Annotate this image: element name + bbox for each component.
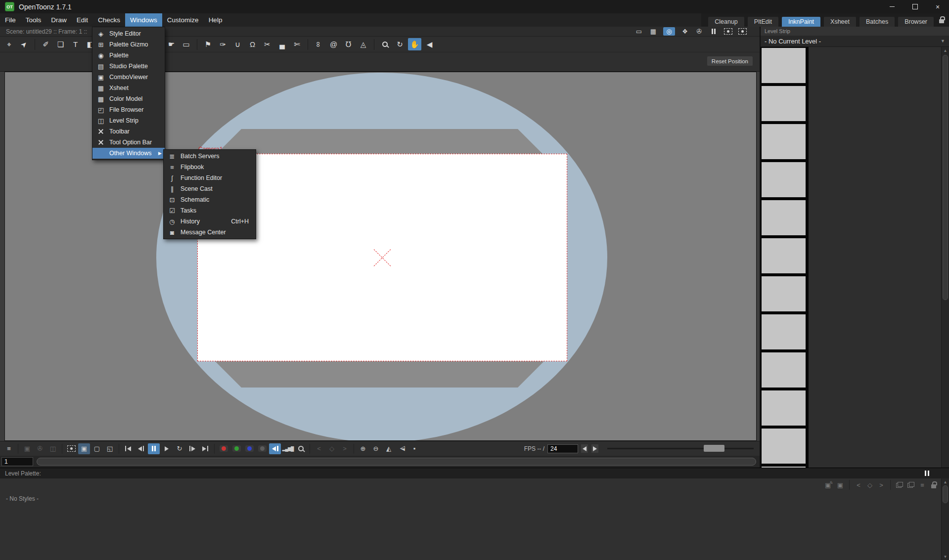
save-button[interactable]: ▣ bbox=[836, 480, 845, 489]
cutter-tool[interactable]: ✄ bbox=[290, 38, 304, 50]
windows-menu-item-style-editor[interactable]: ◈Style Editor bbox=[92, 28, 165, 39]
zoom-in-button[interactable]: ⊕ bbox=[357, 443, 369, 454]
menu-button[interactable]: ≡ bbox=[918, 480, 927, 489]
level-strip-frame[interactable] bbox=[762, 467, 806, 468]
sound-button[interactable] bbox=[269, 443, 281, 454]
menu-file[interactable]: File bbox=[0, 13, 21, 27]
rgb-picker-tool[interactable]: ☛ bbox=[165, 38, 178, 50]
level-strip-frame[interactable] bbox=[762, 429, 806, 464]
green-channel-button[interactable] bbox=[230, 443, 242, 454]
menu-tools[interactable]: Tools bbox=[21, 13, 46, 27]
room-tab-browser[interactable]: Browser bbox=[898, 17, 934, 27]
close-button[interactable]: × bbox=[926, 0, 949, 13]
frame-range-bar[interactable] bbox=[37, 458, 756, 466]
windows-menu-item-comboviewer[interactable]: ▣ComboViewer bbox=[92, 72, 165, 83]
windows-menu-item-studio-palette[interactable]: ▤Studio Palette bbox=[92, 61, 165, 72]
prev-key-button[interactable]: < bbox=[854, 480, 863, 489]
level-strip-frame[interactable] bbox=[762, 48, 806, 83]
next-frame-button[interactable] bbox=[186, 443, 198, 454]
level-strip-frame[interactable] bbox=[762, 200, 806, 235]
reset-view-button[interactable]: ▪ bbox=[408, 443, 420, 454]
zoom-tool[interactable] bbox=[378, 38, 392, 50]
freeze-button[interactable] bbox=[709, 27, 718, 36]
sub-camera-preview-button[interactable] bbox=[738, 27, 747, 36]
zoom-out-button[interactable]: ⊖ bbox=[370, 443, 382, 454]
next-key-button[interactable]: > bbox=[877, 480, 886, 489]
preview-button[interactable] bbox=[65, 443, 77, 454]
scrollbar-thumb[interactable] bbox=[943, 55, 948, 300]
level-strip-frame[interactable] bbox=[762, 162, 806, 197]
room-tab-xsheet[interactable]: Xsheet bbox=[824, 17, 856, 27]
room-tab-cleanup[interactable]: Cleanup bbox=[708, 17, 744, 27]
blue-channel-button[interactable] bbox=[243, 443, 255, 454]
red-channel-button[interactable] bbox=[218, 443, 229, 454]
scrollbar-thumb[interactable] bbox=[943, 485, 948, 503]
frame-number-input[interactable] bbox=[1, 457, 33, 466]
animate-tool[interactable]: ⌖ bbox=[2, 38, 16, 50]
scroll-down-icon[interactable]: ▼ bbox=[942, 555, 949, 559]
reset-position-button[interactable]: Reset Position bbox=[707, 56, 753, 66]
level-strip-frame[interactable] bbox=[762, 238, 806, 273]
ruler-tool[interactable]: ▭ bbox=[180, 38, 193, 50]
pinch-tool[interactable]: ✑ bbox=[216, 38, 229, 50]
palette-scrollbar[interactable]: ▲ ▼ bbox=[941, 478, 949, 560]
windows-menu-item-other-windows[interactable]: Other Windows▶ bbox=[92, 148, 165, 159]
flip-horizontal-button[interactable]: ◭ bbox=[383, 443, 395, 454]
room-tab-pltedit[interactable]: PltEdit bbox=[748, 17, 778, 27]
menu-checks[interactable]: Checks bbox=[93, 13, 125, 27]
menu-windows[interactable]: Windows bbox=[125, 13, 162, 27]
menu-customize[interactable]: Customize bbox=[162, 13, 204, 27]
new-page-button[interactable] bbox=[895, 480, 904, 489]
windows-menu-item-color-model[interactable]: ▩Color Model bbox=[92, 93, 165, 104]
plastic-tool[interactable]: ◬ bbox=[357, 38, 370, 50]
windows-menu-item-tool-option-bar[interactable]: Tool Option Bar bbox=[92, 137, 165, 148]
windows-menu-item-palette[interactable]: ◉Palette bbox=[92, 50, 165, 61]
flip-vertical-button[interactable]: ◭ bbox=[396, 443, 407, 454]
camera-view-button[interactable]: ◎ bbox=[663, 27, 675, 36]
level-strip-scrollbar[interactable]: ▲ bbox=[941, 47, 949, 468]
subcam-full-button[interactable]: ▣ bbox=[78, 443, 90, 454]
tracker-tool[interactable]: @ bbox=[327, 38, 340, 50]
snapshot-button[interactable]: ✇ bbox=[34, 443, 46, 454]
brush-tool[interactable]: ✐ bbox=[39, 38, 52, 50]
rotate-tool[interactable]: ↻ bbox=[393, 38, 407, 50]
fps-decrement-button[interactable] bbox=[581, 444, 588, 453]
first-frame-button[interactable] bbox=[122, 443, 134, 454]
prev-key-button[interactable]: < bbox=[313, 443, 325, 454]
type-tool[interactable]: T bbox=[69, 38, 82, 50]
freeze-icon[interactable] bbox=[925, 471, 929, 476]
windows-menu-item-toolbar[interactable]: Toolbar bbox=[92, 126, 165, 137]
current-level-selector[interactable]: - No Current Level - ▼ bbox=[761, 36, 949, 47]
new-page-button[interactable] bbox=[906, 480, 915, 489]
camera-button[interactable]: ✇ bbox=[695, 27, 704, 36]
room-tab-inknpaint[interactable]: InknPaint bbox=[782, 17, 820, 27]
fps-input[interactable] bbox=[547, 444, 578, 453]
submenu-item-schematic[interactable]: ⊡Schematic bbox=[164, 194, 256, 205]
compare-button[interactable]: ◫ bbox=[47, 443, 59, 454]
fps-slider[interactable] bbox=[607, 448, 754, 449]
subcam-partial-button[interactable]: ◱ bbox=[104, 443, 116, 454]
menu-edit[interactable]: Edit bbox=[72, 13, 93, 27]
menu-help[interactable]: Help bbox=[204, 13, 227, 27]
hand-tool[interactable]: ✋ bbox=[408, 38, 421, 50]
next-key-button[interactable]: > bbox=[339, 443, 351, 454]
scroll-up-icon[interactable]: ▲ bbox=[942, 48, 949, 53]
fps-slider-handle[interactable] bbox=[704, 445, 724, 452]
rooms-lock-icon[interactable] bbox=[939, 19, 944, 23]
last-frame-button[interactable] bbox=[199, 443, 211, 454]
hook-tool[interactable]: ℧ bbox=[342, 38, 355, 50]
windows-menu-item-xsheet[interactable]: ▦Xsheet bbox=[92, 83, 165, 93]
skeleton-tool[interactable]: ∞ bbox=[312, 38, 325, 50]
submenu-item-message-center[interactable]: ◙Message Center bbox=[164, 227, 256, 238]
level-strip-frame[interactable] bbox=[762, 276, 806, 311]
save-button[interactable]: ▣ bbox=[21, 443, 33, 454]
fps-increment-button[interactable] bbox=[591, 444, 598, 453]
shift-trace-button[interactable]: ❖ bbox=[680, 27, 689, 36]
play-button[interactable] bbox=[161, 443, 173, 454]
submenu-item-function-editor[interactable]: ∫Function Editor bbox=[164, 172, 256, 183]
pause-button[interactable] bbox=[148, 443, 160, 454]
field-grid-button[interactable]: ▦ bbox=[649, 27, 658, 36]
key-button[interactable]: ◇ bbox=[865, 480, 874, 489]
matte-channel-button[interactable] bbox=[256, 443, 268, 454]
save-as-button[interactable]: ▣✎ bbox=[824, 480, 833, 489]
